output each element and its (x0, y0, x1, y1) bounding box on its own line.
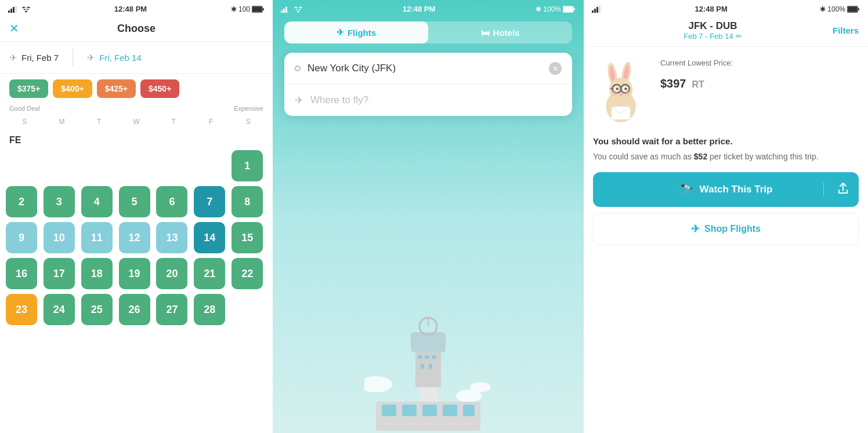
main-time: 12:48 PM (403, 5, 435, 13)
price-badge-red: $450+ (140, 79, 179, 98)
svg-rect-37 (848, 7, 857, 12)
calendar-battery: ✱ 100 (231, 5, 265, 13)
dates-text: Feb 7 - Feb 14 (683, 32, 733, 41)
svg-rect-22 (425, 355, 429, 359)
price-badge-orange: $400+ (53, 79, 92, 98)
cal-day-16[interactable]: 16 (6, 258, 37, 289)
svg-rect-38 (858, 8, 859, 10)
cal-day-27[interactable]: 27 (156, 294, 187, 325)
date-divider (73, 49, 73, 66)
calendar-grid-row5: 23 24 25 26 27 28 (0, 292, 273, 328)
signal-icon (8, 6, 30, 13)
cal-day-15[interactable]: 15 (232, 222, 263, 253)
hotel-tab-icon: 🛏 (481, 28, 490, 38)
cal-day-17[interactable]: 17 (44, 258, 75, 289)
price-legend: $375+ $400+ $425+ $450+ (0, 74, 273, 104)
calendar-header: ✕ Choose (0, 16, 273, 42)
cal-day-24[interactable]: 24 (44, 294, 75, 325)
cal-day-19[interactable]: 19 (119, 258, 150, 289)
svg-rect-9 (285, 7, 287, 13)
watch-status-bar: 12:48 PM ✱ 100% (584, 0, 868, 16)
route-title: JFK - DUB (593, 20, 833, 32)
return-date[interactable]: ✈ Fri, Feb 14 (87, 52, 142, 63)
watch-panel: 12:48 PM ✱ 100% JFK - DUB Feb 7 - Feb 14… (584, 0, 868, 433)
share-icon[interactable] (838, 183, 848, 197)
flight-tab-icon: ✈ (337, 27, 344, 38)
svg-rect-2 (13, 7, 15, 13)
cal-day-8[interactable]: 8 (232, 186, 263, 217)
close-button[interactable]: ✕ (9, 21, 19, 35)
price-recommendation-row: Current Lowest Price: $397 RT (593, 59, 859, 125)
legend-right: Expensive (234, 105, 263, 112)
cal-day-7[interactable]: 7 (194, 186, 225, 217)
calendar-grid-row1: 1 (0, 148, 273, 184)
watch-trip-button[interactable]: 🔭 Watch This Trip (593, 172, 859, 207)
svg-rect-17 (415, 350, 441, 387)
tab-hotels[interactable]: 🛏 Hotels (428, 21, 572, 43)
svg-point-13 (364, 376, 392, 392)
cal-day-11[interactable]: 11 (81, 222, 113, 253)
edit-icon[interactable]: ✏ (736, 32, 742, 41)
shop-flights-button[interactable]: ✈ Shop Flights (593, 213, 859, 245)
return-date-label: Fri, Feb 14 (99, 53, 142, 63)
cal-day-14[interactable]: 14 (194, 222, 225, 253)
recommendation-detail: You could save as much as $52 per ticket… (593, 151, 859, 163)
price-badge-green: $375+ (9, 79, 48, 98)
cal-day-18[interactable]: 18 (81, 258, 113, 289)
cal-day-26[interactable]: 26 (119, 294, 150, 325)
cal-day-23[interactable]: 23 (6, 294, 37, 325)
cal-day-22[interactable]: 22 (232, 258, 263, 289)
recommendation-text: You should wait for a better price. (593, 136, 859, 146)
cal-day-28[interactable]: 28 (194, 294, 225, 325)
cal-day-20[interactable]: 20 (156, 258, 187, 289)
origin-row[interactable]: New York City (JFK) ✕ (284, 53, 572, 85)
svg-rect-5 (252, 7, 262, 12)
cal-day-13[interactable]: 13 (156, 222, 187, 253)
svg-rect-32 (592, 10, 594, 13)
detail-prefix: You could save as much as (593, 152, 694, 161)
cal-day-3[interactable]: 3 (44, 186, 75, 217)
calendar-time: 12:48 PM (114, 5, 147, 13)
day-wed: W (118, 115, 155, 128)
svg-rect-6 (263, 8, 264, 10)
svg-rect-12 (574, 8, 575, 10)
cal-day-9[interactable]: 9 (6, 222, 37, 253)
flight-tab-label: Flights (348, 28, 376, 38)
svg-rect-30 (443, 405, 457, 416)
route-info: JFK - DUB Feb 7 - Feb 14 ✏ (593, 20, 833, 41)
tab-flights[interactable]: ✈ Flights (284, 21, 428, 43)
cal-day-6[interactable]: 6 (156, 186, 187, 217)
depart-date[interactable]: ✈ Fri, Feb 7 (9, 52, 59, 63)
watch-battery: ✱ 100% (820, 5, 860, 13)
price-amount: $397 (660, 77, 686, 90)
search-card: New York City (JFK) ✕ ✈ Where to fly? (284, 53, 572, 116)
price-suffix: RT (692, 79, 704, 89)
watch-signal (592, 6, 602, 13)
clear-origin-button[interactable]: ✕ (549, 62, 562, 75)
svg-rect-34 (596, 7, 598, 13)
calendar-grid-row2: 2 3 4 5 6 7 8 (0, 184, 273, 220)
cal-day-25[interactable]: 25 (81, 294, 113, 325)
svg-rect-8 (283, 9, 285, 13)
svg-line-48 (610, 88, 613, 89)
svg-rect-1 (10, 9, 12, 13)
empty-cell (81, 150, 113, 181)
cal-day-10[interactable]: 10 (44, 222, 75, 253)
calendar-grid-row3: 9 10 11 12 13 14 15 (0, 220, 273, 256)
detail-suffix: per ticket by watching this trip. (707, 152, 818, 161)
main-panel: 12:48 PM ✱ 100% ✈ Flights 🛏 Hotels New Y… (273, 0, 584, 433)
svg-rect-35 (599, 6, 601, 13)
shop-btn-label: Shop Flights (704, 224, 761, 234)
cal-day-21[interactable]: 21 (194, 258, 225, 289)
cal-day-1[interactable]: 1 (232, 150, 263, 181)
cal-day-12[interactable]: 12 (119, 222, 150, 253)
cal-day-5[interactable]: 5 (119, 186, 150, 217)
svg-point-54 (612, 90, 617, 96)
destination-row[interactable]: ✈ Where to fly? (284, 85, 572, 116)
cal-day-2[interactable]: 2 (6, 186, 37, 217)
svg-rect-3 (15, 6, 17, 13)
cal-day-4[interactable]: 4 (81, 186, 113, 217)
svg-rect-11 (563, 7, 573, 12)
filters-button[interactable]: Filters (833, 26, 859, 35)
main-battery: ✱ 100% (536, 5, 576, 13)
